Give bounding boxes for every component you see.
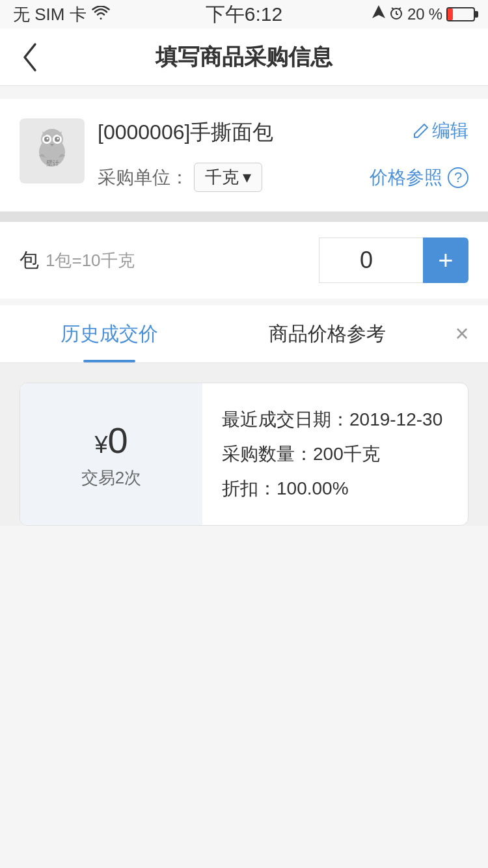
time-display: 下午6:12 xyxy=(206,1,282,28)
edit-button[interactable]: 编辑 xyxy=(413,118,468,143)
product-unit-row: 采购单位： 千克 ▾ 价格参照 ? xyxy=(98,163,468,192)
quantity-input[interactable]: 0 xyxy=(319,237,423,283)
product-logo-icon: 壁计 xyxy=(29,125,75,178)
edit-label: 编辑 xyxy=(432,118,468,143)
price-summary: ¥0 交易2次 xyxy=(20,383,202,525)
carrier-label: 无 SIM 卡 xyxy=(13,3,87,26)
back-button[interactable] xyxy=(20,42,39,73)
product-thumbnail: 壁计 xyxy=(20,118,85,183)
price-details: 最近成交日期：2019-12-30 采购数量：200千克 折扣：100.00% xyxy=(202,383,468,525)
status-bar: 无 SIM 卡 下午6:12 20% xyxy=(0,0,488,29)
quantity-row: 包 1包=10千克 0 + xyxy=(0,222,488,299)
recent-date-value: 2019-12-30 xyxy=(349,409,442,429)
product-name: [0000006]手撕面包 xyxy=(98,118,273,147)
status-right: 20% xyxy=(372,5,475,23)
close-icon: × xyxy=(455,320,468,347)
purchase-qty-value: 200千克 xyxy=(313,444,380,464)
nav-bar: 填写商品采购信息 xyxy=(0,29,488,86)
purchase-qty-row: 采购数量：200千克 xyxy=(222,441,448,467)
price-value: 0 xyxy=(107,420,128,461)
discount-label: 折扣： xyxy=(222,478,277,498)
currency-symbol: ¥ xyxy=(94,431,107,458)
tab-history-price-label: 历史成交价 xyxy=(61,321,158,347)
page-title: 填写商品采购信息 xyxy=(156,42,332,72)
svg-line-3 xyxy=(392,8,394,9)
alarm-icon xyxy=(389,5,403,23)
close-panel-button[interactable]: × xyxy=(436,305,488,362)
tab-price-reference-label: 商品价格参考 xyxy=(269,321,386,347)
tab-active-indicator xyxy=(83,360,135,362)
unit-select-dropdown[interactable]: 千克 ▾ xyxy=(194,163,262,192)
tabs-header: 历史成交价 商品价格参考 × xyxy=(0,305,488,363)
tab-history-price[interactable]: 历史成交价 xyxy=(0,305,218,362)
quantity-unit-info: 包 1包=10千克 xyxy=(20,247,135,274)
tab-price-reference[interactable]: 商品价格参考 xyxy=(218,305,436,362)
info-circle-icon: ? xyxy=(448,167,468,188)
recent-date-label: 最近成交日期： xyxy=(222,409,349,429)
trade-count: 交易2次 xyxy=(81,467,141,489)
discount-value: 100.00% xyxy=(277,478,349,498)
dropdown-arrow-icon: ▾ xyxy=(243,167,251,187)
recent-date-row: 最近成交日期：2019-12-30 xyxy=(222,407,448,432)
history-price-card: ¥0 交易2次 最近成交日期：2019-12-30 采购数量：200千克 折扣：… xyxy=(20,383,468,526)
purchase-qty-label: 采购数量： xyxy=(222,444,313,464)
quantity-input-group: 0 + xyxy=(319,237,468,283)
svg-point-12 xyxy=(57,137,59,139)
battery-icon xyxy=(446,7,475,21)
unit-label: 采购单位： xyxy=(98,165,189,190)
wifi-icon xyxy=(92,5,110,25)
svg-text:壁计: 壁计 xyxy=(46,159,59,167)
svg-line-4 xyxy=(399,8,401,9)
price-ref-button[interactable]: 价格参照 ? xyxy=(370,165,468,190)
status-left: 无 SIM 卡 xyxy=(13,3,110,26)
unit-ratio-label: 1包=10千克 xyxy=(46,249,135,272)
product-info: [0000006]手撕面包 编辑 采购单位： 千克 ▾ 价格参照 ? xyxy=(98,118,468,192)
unit-value: 千克 xyxy=(205,166,239,189)
product-header: [0000006]手撕面包 编辑 xyxy=(98,118,468,147)
main-background xyxy=(0,545,488,868)
price-amount-display: ¥0 xyxy=(94,419,128,461)
section-divider xyxy=(0,211,488,222)
product-card: 壁计 [0000006]手撕面包 编辑 采购单位： 千克 ▾ 价格参照 xyxy=(0,99,488,211)
gps-icon xyxy=(372,5,385,23)
quantity-plus-button[interactable]: + xyxy=(423,237,468,283)
unit-box-label: 包 xyxy=(20,247,39,274)
discount-row: 折扣：100.00% xyxy=(222,476,448,501)
price-ref-label: 价格参照 xyxy=(370,165,442,190)
tabs-panel: 历史成交价 商品价格参考 × ¥0 交易2次 最近成交日期：2019-12-30… xyxy=(0,305,488,526)
svg-point-11 xyxy=(47,137,49,139)
battery-percent: 20 xyxy=(407,5,425,23)
